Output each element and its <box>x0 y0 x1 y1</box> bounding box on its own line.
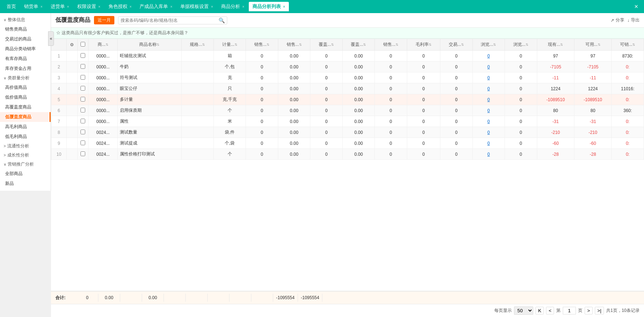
row-checkbox[interactable] <box>80 108 85 112</box>
cell-checkbox[interactable] <box>78 105 89 116</box>
column-sales-qty[interactable]: 销售...⇅ <box>246 39 278 51</box>
nav-sales[interactable]: 销货单 × <box>20 2 46 11</box>
close-icon[interactable]: × <box>40 5 43 9</box>
share-button[interactable]: ↗ 分享 <box>610 17 624 23</box>
close-icon[interactable]: × <box>67 5 69 9</box>
column-current-stock[interactable]: 现有...⇅ <box>537 39 574 51</box>
sidebar-group-growth[interactable]: > 成长性分析 <box>0 151 51 160</box>
cell-checkbox[interactable] <box>78 116 89 127</box>
cell-checkbox[interactable] <box>78 62 89 72</box>
cell-checkbox[interactable] <box>78 72 89 83</box>
column-sales-amt[interactable]: 销售...⇅ <box>278 39 310 51</box>
row-checkbox[interactable] <box>80 53 85 58</box>
nav-roles[interactable]: 角色授权 × <box>105 2 136 11</box>
nav-home[interactable]: 首页 <box>3 2 20 11</box>
row-checkbox[interactable] <box>80 140 85 145</box>
column-gross-margin[interactable]: 毛利率⇅ <box>407 39 440 51</box>
first-page-button[interactable]: K <box>535 307 544 314</box>
row-checkbox[interactable] <box>80 64 85 69</box>
sidebar-item-low-coverage[interactable]: 低覆盖度商品 <box>0 112 51 122</box>
select-all-checkbox[interactable] <box>80 42 85 47</box>
sidebar-item-traded-products[interactable]: 交易过的商品 <box>0 34 51 44</box>
sidebar-item-in-stock[interactable]: 有库存商品 <box>0 54 51 64</box>
cell-gross-margin: 0 <box>407 127 440 138</box>
sidebar-group-liquidity[interactable]: > 流通性分析 <box>0 142 51 151</box>
window-close-button[interactable]: × <box>631 1 641 12</box>
cell-checkbox[interactable] <box>78 127 89 138</box>
column-available[interactable]: 可用...⇅ <box>574 39 611 51</box>
browse-link[interactable]: 0 <box>487 108 490 113</box>
sidebar-item-high-coverage[interactable]: 高覆盖度商品 <box>0 102 51 112</box>
sidebar-item-sales-products[interactable]: 销售类商品 <box>0 24 51 34</box>
sidebar-group-cluster[interactable]: ∨ 类群量分析 <box>0 74 51 83</box>
nav-purchase[interactable]: 进货单 × <box>47 2 73 11</box>
page-size-select[interactable]: 50 20 100 200 <box>514 306 533 315</box>
browse-link[interactable]: 0 <box>487 152 490 157</box>
browse-link[interactable]: 0 <box>487 130 490 135</box>
nav-product-analysis-list[interactable]: 商品分析列表 × <box>249 2 289 11</box>
browse-link[interactable]: 0 <box>487 141 490 146</box>
column-settings[interactable]: ⚙ <box>67 39 78 51</box>
sidebar-item-stock-capital[interactable]: 库存资金占用 <box>0 64 51 74</box>
next-page-button[interactable]: > <box>585 307 593 314</box>
sidebar-item-high-value[interactable]: 高价值商品 <box>0 83 51 92</box>
page-number-input[interactable] <box>563 307 576 314</box>
row-checkbox[interactable] <box>80 119 85 123</box>
cell-checkbox[interactable] <box>78 138 89 149</box>
row-checkbox[interactable] <box>80 151 85 156</box>
column-browse1[interactable]: 浏览...⇅ <box>472 39 504 51</box>
row-checkbox[interactable] <box>80 75 85 80</box>
search-input[interactable] <box>121 18 219 23</box>
date-filter-button[interactable]: 近一月 <box>94 16 114 24</box>
column-spec[interactable]: 规格...⇅ <box>181 39 213 51</box>
close-icon[interactable]: × <box>130 5 132 9</box>
close-icon[interactable]: × <box>242 5 244 9</box>
browse-link[interactable]: 0 <box>487 54 490 59</box>
nav-product-analysis[interactable]: 商品分析 × <box>217 2 248 11</box>
close-icon[interactable]: × <box>170 5 172 9</box>
column-checkbox[interactable] <box>78 39 89 51</box>
browse-link[interactable]: 0 <box>487 97 490 102</box>
column-saleable[interactable]: 可销...⇅ <box>612 39 644 51</box>
row-checkbox[interactable] <box>80 86 85 91</box>
browse-link[interactable]: 0 <box>487 64 490 70</box>
row-checkbox[interactable] <box>80 130 85 134</box>
close-icon[interactable]: × <box>211 5 213 9</box>
column-sales3[interactable]: 销售...⇅ <box>375 39 407 51</box>
column-code[interactable]: 商...⇅ <box>89 39 118 51</box>
nav-template-settings[interactable]: 单据模板设置 × <box>177 2 217 11</box>
browse-link[interactable]: 0 <box>487 86 490 91</box>
sidebar-item-low-value[interactable]: 低价值商品 <box>0 92 51 102</box>
close-icon[interactable]: × <box>98 5 101 9</box>
search-icon[interactable]: 🔍 <box>219 17 225 23</box>
column-coverage1[interactable]: 覆盖...⇅ <box>310 39 342 51</box>
cell-gross-margin: 0 <box>407 138 440 149</box>
sidebar-item-low-margin[interactable]: 低毛利商品 <box>0 132 51 142</box>
nav-products-warehouse[interactable]: 产成品入库单 × <box>136 2 176 11</box>
sidebar-item-category-turnover[interactable]: 商品分类动销率 <box>0 44 51 54</box>
cell-spec <box>181 83 213 94</box>
sidebar-group-marketing[interactable]: ∨ 营销推广分析 <box>0 160 51 169</box>
row-checkbox[interactable] <box>80 97 85 102</box>
column-coverage2[interactable]: 覆盖...⇅ <box>342 39 374 51</box>
last-page-button[interactable]: >| <box>595 307 604 314</box>
sidebar-item-new-products[interactable]: 新品 <box>0 179 51 189</box>
browse-link[interactable]: 0 <box>487 119 490 124</box>
cell-checkbox[interactable] <box>78 83 89 94</box>
column-name[interactable]: 商品名称⇅ <box>118 39 181 51</box>
cell-checkbox[interactable] <box>78 149 89 160</box>
nav-permissions[interactable]: 权限设置 × <box>74 2 104 11</box>
export-button[interactable]: ↓ 导出 <box>627 17 640 23</box>
column-transaction[interactable]: 交易...⇅ <box>440 39 472 51</box>
cell-checkbox[interactable] <box>78 51 89 62</box>
sidebar-item-high-margin[interactable]: 高毛利商品 <box>0 122 51 132</box>
browse-link[interactable]: 0 <box>487 75 490 80</box>
sidebar-item-all-products[interactable]: 全部商品 <box>0 169 51 179</box>
column-browse2[interactable]: 浏览...⇅ <box>505 39 537 51</box>
prev-page-button[interactable]: < <box>546 307 554 314</box>
close-icon[interactable]: × <box>283 5 285 9</box>
sidebar-group-overall[interactable]: ∨ 整体信息 <box>0 15 51 24</box>
cell-checkbox[interactable] <box>78 94 89 105</box>
column-unit[interactable]: 计量...⇅ <box>213 39 246 51</box>
sidebar-collapse-button[interactable]: « <box>48 31 54 46</box>
